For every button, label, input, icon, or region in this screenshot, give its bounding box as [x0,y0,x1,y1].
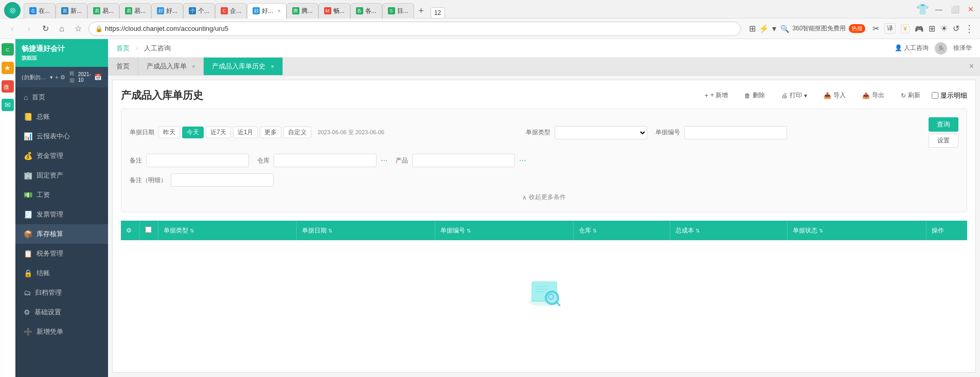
minimize-button[interactable]: — [933,5,945,13]
col-date[interactable]: 单据日期 ⇅ [296,221,435,240]
browser-tab[interactable]: M 畅... [318,3,350,19]
address-input[interactable]: 🔒 https://cloud.chanjet.com/accounting/u… [88,22,741,36]
date-btn-1month[interactable]: 近1月 [233,127,258,138]
browser-tab[interactable]: 个 个... [183,3,215,19]
col-type[interactable]: 单据类型 ⇅ [158,221,296,240]
settings-icon[interactable]: ⚙ [60,74,65,81]
refresh-button[interactable]: ↻ [39,23,51,35]
undo-icon[interactable]: ↺ [953,24,959,33]
sidebar-item-basic[interactable]: ⚙ 基础设置 [15,302,108,322]
product-input[interactable] [412,154,515,167]
grid2-icon[interactable]: ⊞ [929,24,935,33]
remark-input[interactable] [146,154,249,167]
translate-icon[interactable]: 译 [884,23,896,34]
import-button[interactable]: 📥 导入 [818,89,851,102]
date-btn-custom[interactable]: 自定义 [283,127,311,138]
col-check[interactable] [139,221,158,240]
home-button[interactable]: ⌂ [56,23,68,35]
service-label[interactable]: 👤 人工咨询 [895,44,929,52]
maximize-button[interactable]: ⬜ [949,5,961,13]
product-dots-button[interactable]: ··· [519,156,526,165]
close-content-button[interactable]: × [969,62,974,71]
tab-list-close[interactable]: × [192,63,195,69]
page-tab-history[interactable]: 产成品入库单历史 × [204,58,282,75]
back-button[interactable]: ‹ [6,23,19,35]
sidebar-item-home[interactable]: ⌂ 首页 [15,87,108,107]
sidebar-item-newbill[interactable]: ➕ 新增凭单 [15,322,108,342]
game-icon[interactable]: 🎮 [915,25,923,33]
browser-tab[interactable]: 易 易... [87,3,119,19]
sun-icon[interactable]: ☀ [940,24,948,33]
browser-tab[interactable]: 在 在... [24,3,56,19]
query-button[interactable]: 查询 [929,117,958,132]
show-detail-check[interactable]: 显示明细 [932,91,967,100]
search-area[interactable]: 🔍 360智能抠图免费用 热搜 ✂ 译 ¥ 🎮 ⊞ ☀ ↺ ⋮ [780,23,974,34]
refresh-page-button[interactable]: ↻ 刷新 [896,89,925,102]
bookmark-button[interactable]: ☆ [72,23,84,35]
sidebar-company[interactable]: (勿删勿禁用）江西服宝测试专用 ▾ + ⚙ 账期 2021-10 📅 [15,67,108,87]
sidebar-item-report[interactable]: 📊 云报表中心 [15,127,108,146]
col-docno[interactable]: 单据编号 ⇅ [435,221,573,240]
browser-tab[interactable]: 新 新... [56,3,87,19]
browser-tab[interactable]: 好 好... [151,3,183,19]
dropdown-icon[interactable]: ▾ [772,24,776,33]
close-window-button[interactable]: ✕ [966,5,976,13]
page-tab-list[interactable]: 产成品入库单 × [138,58,204,75]
browser-tab[interactable]: C 企... [215,3,247,19]
print-button[interactable]: 🖨 打印 ▾ [776,89,812,102]
sidebar-item-fund[interactable]: 💰 资金管理 [15,146,108,166]
delete-button[interactable]: 🗑 删除 [739,89,770,102]
sidebar-item-tax[interactable]: 📋 税务管理 [15,244,108,263]
browser-tab[interactable]: 各 各... [350,3,382,19]
grid-icon[interactable]: ⊞ [749,24,756,33]
add-button[interactable]: + + 新增 [700,89,733,102]
date-btn-today[interactable]: 今天 [182,127,204,138]
col-warehouse[interactable]: 仓库 ⇅ [573,221,670,240]
export-button[interactable]: 📤 导出 [857,89,889,102]
page-tab-home[interactable]: 首页 [108,58,138,75]
dots-menu-icon[interactable]: ⋮ [965,23,974,34]
date-btn-more[interactable]: 更多 [260,127,281,138]
add-icon[interactable]: + [55,74,58,80]
select-all-checkbox[interactable] [145,226,152,233]
plugin-icon[interactable]: ⚡ [759,24,769,33]
col-gear[interactable]: ⚙ [121,221,139,240]
tab-history-close[interactable]: × [271,63,274,69]
top-home-link[interactable]: 首页 [116,44,130,53]
forward-button[interactable]: › [23,23,35,35]
remark-detail-input[interactable] [171,173,274,187]
print-dropdown-icon[interactable]: ▾ [804,92,807,99]
warehouse-dots-button[interactable]: ··· [381,156,387,165]
tab-close-button[interactable]: × [277,8,280,14]
browser-tab[interactable]: S 目... [382,3,414,19]
sidebar-item-inventory[interactable]: 📦 库存核算 [15,224,108,244]
date-btn-yesterday[interactable]: 昨天 [158,127,180,138]
date-btn-7days[interactable]: 近7天 [206,127,231,138]
sidebar-item-assets[interactable]: 🏢 固定资产 [15,166,108,185]
sidebar-item-ledger[interactable]: 📒 总账 [15,107,108,127]
scissors-icon[interactable]: ✂ [872,24,879,33]
col-status[interactable]: 单据状态 ⇅ [788,221,926,240]
rail-star-icon[interactable]: ★ [2,62,14,74]
browser-tab-active[interactable]: 好 好... × [247,3,286,19]
sidebar-item-archive[interactable]: 🗂 归档管理 [15,283,108,302]
show-detail-checkbox[interactable] [932,92,938,99]
rail-weibo-icon[interactable]: 微 [2,80,14,93]
company-dropdown-icon[interactable]: ▾ [50,74,53,81]
warehouse-input[interactable] [274,154,377,167]
rail-mail-icon[interactable]: ✉ [2,99,14,111]
new-tab-button[interactable]: + [414,4,429,19]
docno-input[interactable] [684,126,787,139]
setting-button[interactable]: 设置 [929,134,958,148]
col-cost[interactable]: 总成本 ⇅ [670,221,788,240]
browser-tab[interactable]: 易 易... [119,3,151,19]
collapse-button[interactable]: ∧ 收起更多条件 [130,191,958,204]
type-select[interactable] [555,126,647,139]
browser-tab[interactable]: 腾 腾... [287,3,318,19]
currency-icon[interactable]: ¥ [901,24,910,33]
sidebar-item-salary[interactable]: 💵 工资 [15,185,108,205]
calendar-icon[interactable]: 📅 [94,74,102,81]
rail-chanjet-icon[interactable]: C [2,43,14,56]
sidebar-item-invoice[interactable]: 🧾 发票管理 [15,205,108,224]
sidebar-item-close[interactable]: 🔒 结账 [15,263,108,283]
